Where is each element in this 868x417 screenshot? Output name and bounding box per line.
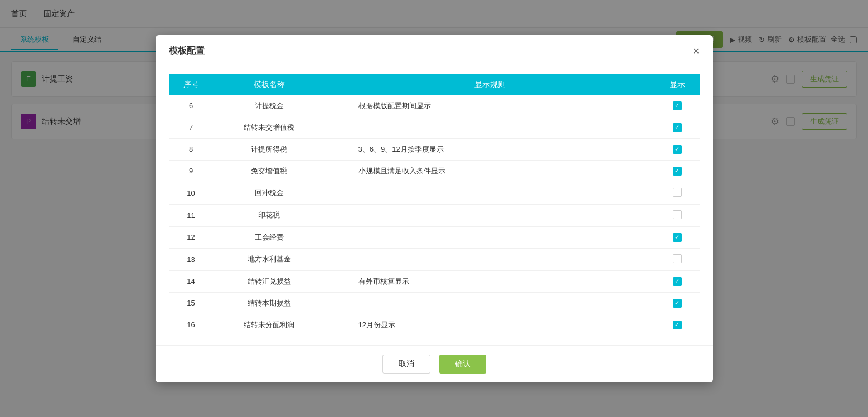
table-head: 序号 模板名称 显示规则 显示	[169, 74, 700, 95]
row-id: 16	[169, 314, 214, 336]
row-checkbox-cell	[655, 292, 700, 314]
row-id: 14	[169, 270, 214, 292]
table-row: 10回冲税金	[169, 182, 700, 204]
row-id: 12	[169, 226, 214, 248]
row-checkbox-cell	[655, 95, 700, 117]
col-header-display: 显示	[655, 74, 700, 95]
col-header-rule: 显示规则	[325, 74, 655, 95]
row-name: 工会经费	[214, 226, 325, 248]
col-header-name: 模板名称	[214, 74, 325, 95]
table-row: 7结转未交增值税	[169, 117, 700, 138]
col-header-id: 序号	[169, 74, 214, 95]
row-rule: 小规模且满足收入条件显示	[325, 160, 655, 182]
row-checkbox-cell	[655, 204, 700, 226]
row-id: 6	[169, 95, 214, 117]
row-checkbox-cell	[655, 117, 700, 138]
table-body: 6计提税金根据模版配置期间显示7结转未交增值税8计提所得税3、6、9、12月按季…	[169, 95, 700, 336]
modal-close-button[interactable]: ×	[693, 45, 700, 56]
confirm-button[interactable]: 确认	[439, 355, 486, 374]
checkbox-checked[interactable]	[673, 145, 682, 154]
table-row: 8计提所得税3、6、9、12月按季度显示	[169, 138, 700, 160]
table-row: 6计提税金根据模版配置期间显示	[169, 95, 700, 117]
row-name: 回冲税金	[214, 182, 325, 204]
row-id: 9	[169, 160, 214, 182]
row-checkbox-cell	[655, 248, 700, 270]
checkbox-unchecked[interactable]	[673, 210, 682, 219]
row-rule: 3、6、9、12月按季度显示	[325, 138, 655, 160]
row-rule: 12月份显示	[325, 314, 655, 336]
row-id: 8	[169, 138, 214, 160]
row-checkbox-cell	[655, 226, 700, 248]
row-id: 10	[169, 182, 214, 204]
row-name: 结转汇兑损益	[214, 270, 325, 292]
table-row: 15结转本期损益	[169, 292, 700, 314]
row-checkbox-cell	[655, 270, 700, 292]
row-rule	[325, 226, 655, 248]
checkbox-checked[interactable]	[673, 123, 682, 132]
row-rule	[325, 204, 655, 226]
row-checkbox-cell	[655, 160, 700, 182]
row-rule	[325, 292, 655, 314]
cancel-button[interactable]: 取消	[382, 355, 430, 374]
table-row: 12工会经费	[169, 226, 700, 248]
checkbox-checked[interactable]	[673, 101, 682, 110]
checkbox-checked[interactable]	[673, 299, 682, 308]
row-name: 结转未交增值税	[214, 117, 325, 138]
checkbox-unchecked[interactable]	[673, 188, 682, 197]
modal-overlay: 模板配置 × 序号 模板名称 显示规则 显示 6计提税金根据模版配置期间显	[0, 0, 868, 417]
row-checkbox-cell	[655, 182, 700, 204]
row-name: 免交增值税	[214, 160, 325, 182]
table-wrapper[interactable]: 序号 模板名称 显示规则 显示 6计提税金根据模版配置期间显示7结转未交增值税8…	[169, 74, 700, 336]
row-rule	[325, 182, 655, 204]
row-id: 15	[169, 292, 214, 314]
row-id: 11	[169, 204, 214, 226]
row-rule: 有外币核算显示	[325, 270, 655, 292]
checkbox-checked[interactable]	[673, 233, 682, 242]
checkbox-checked[interactable]	[673, 167, 682, 176]
row-name: 计提税金	[214, 95, 325, 117]
row-rule: 根据模版配置期间显示	[325, 95, 655, 117]
table-row: 14结转汇兑损益有外币核算显示	[169, 270, 700, 292]
row-name: 印花税	[214, 204, 325, 226]
checkbox-unchecked[interactable]	[673, 254, 682, 263]
row-checkbox-cell	[655, 314, 700, 336]
config-table: 序号 模板名称 显示规则 显示 6计提税金根据模版配置期间显示7结转未交增值税8…	[169, 74, 700, 336]
row-id: 7	[169, 117, 214, 138]
table-row: 9免交增值税小规模且满足收入条件显示	[169, 160, 700, 182]
row-checkbox-cell	[655, 138, 700, 160]
table-row: 16结转未分配利润12月份显示	[169, 314, 700, 336]
table-row: 13地方水利基金	[169, 248, 700, 270]
row-rule	[325, 248, 655, 270]
row-name: 结转本期损益	[214, 292, 325, 314]
table-row: 11印花税	[169, 204, 700, 226]
row-name: 结转未分配利润	[214, 314, 325, 336]
row-name: 计提所得税	[214, 138, 325, 160]
modal-header: 模板配置 ×	[156, 35, 713, 65]
row-name: 地方水利基金	[214, 248, 325, 270]
modal-footer: 取消 确认	[156, 345, 713, 382]
modal-body: 序号 模板名称 显示规则 显示 6计提税金根据模版配置期间显示7结转未交增值税8…	[156, 65, 713, 345]
checkbox-checked[interactable]	[673, 321, 682, 329]
row-rule	[325, 117, 655, 138]
row-id: 13	[169, 248, 214, 270]
modal-title: 模板配置	[169, 45, 205, 57]
template-config-modal: 模板配置 × 序号 模板名称 显示规则 显示 6计提税金根据模版配置期间显	[156, 35, 713, 382]
checkbox-checked[interactable]	[673, 277, 682, 286]
